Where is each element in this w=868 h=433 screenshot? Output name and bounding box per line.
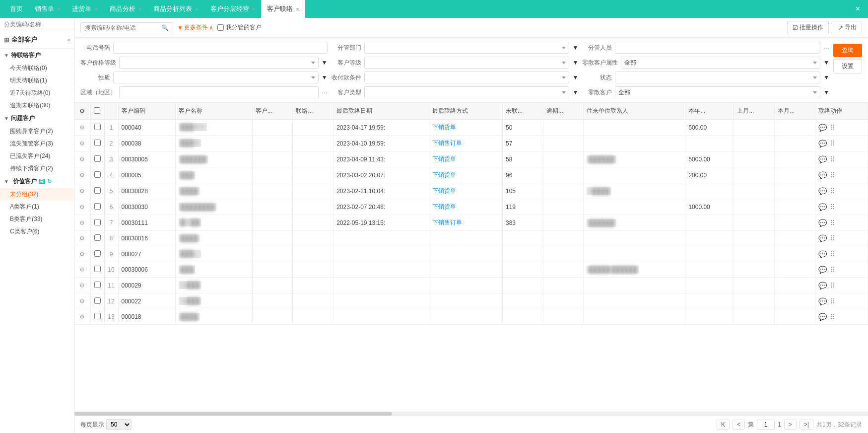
last-method-link[interactable]: 下销货单 xyxy=(432,155,456,162)
row-checkbox[interactable] xyxy=(94,124,101,130)
chat-icon[interactable]: 💬 xyxy=(818,250,827,258)
row-settings[interactable]: ⚙ xyxy=(74,278,90,293)
tab-customer-segmentation[interactable]: 客户分层经营 × xyxy=(204,0,261,18)
manager-dots[interactable]: ··· xyxy=(823,44,829,52)
scatter-attr-select[interactable]: 全部 xyxy=(621,57,820,69)
grid-action-icon[interactable]: ⠿ xyxy=(830,219,835,227)
chat-icon[interactable]: 💬 xyxy=(818,219,827,227)
row-checkbox[interactable] xyxy=(94,234,101,241)
region-input[interactable] xyxy=(119,86,319,98)
section-pending-title[interactable]: ▼ 待联络客户 xyxy=(0,49,74,62)
row-settings[interactable]: ⚙ xyxy=(74,246,90,262)
row-checkbox[interactable] xyxy=(94,171,101,178)
refresh-icon[interactable]: ↻ xyxy=(47,178,52,185)
search-icon[interactable]: 🔍 xyxy=(161,24,169,31)
dept-select[interactable] xyxy=(364,42,570,54)
row-checkbox[interactable] xyxy=(94,219,101,225)
chat-icon[interactable]: 💬 xyxy=(818,203,827,211)
row-checkbox[interactable] xyxy=(94,140,101,146)
my-customers-checkbox[interactable] xyxy=(217,24,224,31)
row-settings[interactable]: ⚙ xyxy=(74,215,90,231)
grid-action-icon[interactable]: ⠿ xyxy=(830,234,835,242)
section-problem-title[interactable]: ▼ 问题客户 xyxy=(0,112,74,125)
row-settings[interactable]: ⚙ xyxy=(74,231,90,246)
row-settings[interactable]: ⚙ xyxy=(74,183,90,199)
close-tab-purchase[interactable]: × xyxy=(94,6,97,12)
row-checkbox[interactable] xyxy=(94,297,101,304)
chat-icon[interactable]: 💬 xyxy=(818,282,827,289)
last-method-link[interactable]: 下销售订单 xyxy=(432,219,462,226)
sidebar-search-input[interactable] xyxy=(4,21,74,28)
last-method-link[interactable]: 下销售订单 xyxy=(432,140,462,146)
prev-page-button[interactable]: < xyxy=(733,420,745,430)
grid-action-icon[interactable]: ⠿ xyxy=(830,140,835,147)
sidebar-item-today[interactable]: 今天待联络(0) xyxy=(0,62,74,74)
row-settings[interactable]: ⚙ xyxy=(74,136,90,151)
close-tab-sales-order[interactable]: × xyxy=(57,6,60,12)
all-customers-item[interactable]: ⊞ 全部客户 « xyxy=(0,31,74,49)
row-settings[interactable]: ⚙ xyxy=(74,167,90,183)
grid-action-icon[interactable]: ⠿ xyxy=(830,297,835,305)
grid-action-icon[interactable]: ⠿ xyxy=(830,203,835,211)
payment-select[interactable] xyxy=(364,72,570,83)
chat-icon[interactable]: 💬 xyxy=(818,234,827,242)
close-tab-product-list[interactable]: × xyxy=(195,6,198,12)
row-checkbox[interactable] xyxy=(94,203,101,210)
row-checkbox[interactable] xyxy=(94,282,101,288)
price-level-select[interactable] xyxy=(119,57,319,69)
chat-icon[interactable]: 💬 xyxy=(818,313,827,321)
query-button[interactable]: 查询 xyxy=(833,44,862,57)
my-customers-filter[interactable]: 我分管的客户 xyxy=(217,23,262,32)
last-method-link[interactable]: 下销货单 xyxy=(432,187,456,194)
grid-action-icon[interactable]: ⠿ xyxy=(830,313,835,321)
sidebar-item-declining[interactable]: 持续下滑客户(2) xyxy=(0,162,74,175)
select-all-checkbox[interactable] xyxy=(94,107,100,114)
row-settings[interactable]: ⚙ xyxy=(74,151,90,167)
tab-customer-contact[interactable]: 客户联络 × xyxy=(261,0,305,18)
tab-product-analysis[interactable]: 商品分析 × xyxy=(104,0,147,18)
chat-icon[interactable]: 💬 xyxy=(818,171,827,179)
manager-input[interactable] xyxy=(615,42,820,54)
per-page-select[interactable]: 50 100 200 xyxy=(106,419,132,430)
first-page-button[interactable]: K xyxy=(717,420,730,430)
chat-icon[interactable]: 💬 xyxy=(818,155,827,163)
scroll-thumb[interactable] xyxy=(74,412,392,416)
page-number-input[interactable] xyxy=(757,420,775,430)
grid-action-icon[interactable]: ⠿ xyxy=(830,124,835,132)
sidebar-item-tomorrow[interactable]: 明天待联络(1) xyxy=(0,74,74,87)
chat-icon[interactable]: 💬 xyxy=(818,140,827,147)
row-settings[interactable]: ⚙ xyxy=(74,262,90,278)
tab-sales-order[interactable]: 销售单 × xyxy=(29,0,66,18)
chat-icon[interactable]: 💬 xyxy=(818,297,827,305)
row-checkbox[interactable] xyxy=(94,250,101,257)
sidebar-item-overdue[interactable]: 逾期未联络(30) xyxy=(0,99,74,112)
sidebar-item-7days[interactable]: 近7天待联络(0) xyxy=(0,87,74,99)
reset-button[interactable]: 设置 xyxy=(833,59,862,73)
search-input[interactable] xyxy=(85,24,159,31)
next-page-button[interactable]: > xyxy=(784,420,797,430)
home-tab[interactable]: 首页 xyxy=(4,4,29,13)
grid-action-icon[interactable]: ⠿ xyxy=(830,266,835,274)
grid-action-icon[interactable]: ⠿ xyxy=(830,250,835,258)
sidebar-item-a-class[interactable]: A类客户(1) xyxy=(0,201,74,213)
region-dots[interactable]: ··· xyxy=(322,88,328,96)
chat-icon[interactable]: 💬 xyxy=(818,187,827,195)
last-method-link[interactable]: 下销货单 xyxy=(432,203,456,210)
sidebar-item-b-class[interactable]: B类客户(33) xyxy=(0,213,74,225)
last-method-link[interactable]: 下销货单 xyxy=(432,124,456,131)
customer-level-select[interactable] xyxy=(364,57,570,69)
status-select[interactable] xyxy=(615,72,820,83)
section-value-title[interactable]: ▼ 价值客户 R ↻ xyxy=(0,175,74,188)
sidebar-item-churn-warning[interactable]: 流失预警客户(3) xyxy=(0,138,74,150)
nature-select[interactable] xyxy=(113,72,319,83)
sidebar-item-churned[interactable]: 已流失客户(24) xyxy=(0,150,74,162)
grid-action-icon[interactable]: ⠿ xyxy=(830,171,835,179)
row-settings[interactable]: ⚙ xyxy=(74,199,90,215)
row-checkbox[interactable] xyxy=(94,266,101,272)
sidebar-item-abnormal[interactable]: 囤购异常客户(2) xyxy=(0,125,74,138)
settings-col-header[interactable]: ⚙ xyxy=(74,103,90,120)
more-conditions[interactable]: ▼ 更多条件 ∧ xyxy=(177,23,213,32)
close-tab-contact[interactable]: × xyxy=(296,6,299,12)
customer-type-select[interactable] xyxy=(364,86,570,98)
last-method-link[interactable]: 下销货单 xyxy=(432,171,456,178)
